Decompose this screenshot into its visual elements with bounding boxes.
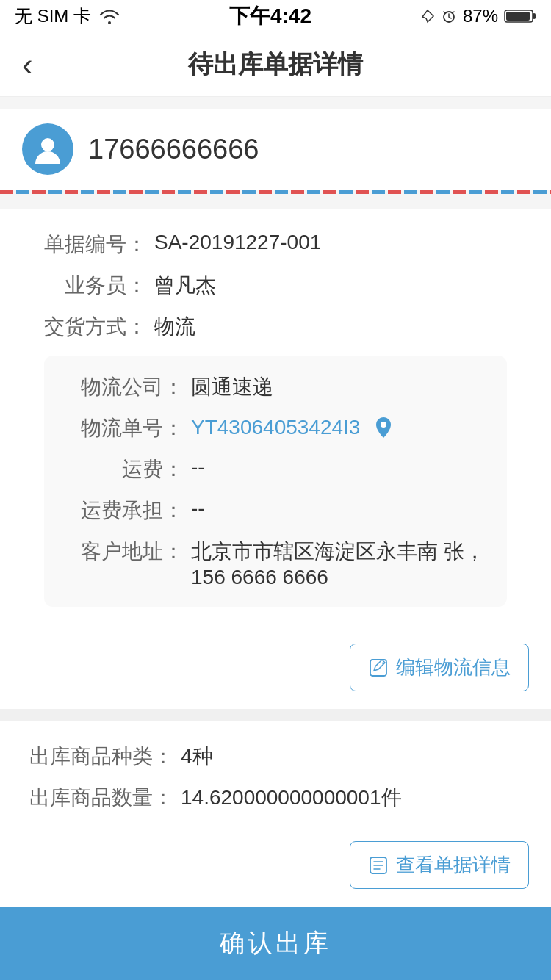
logistics-company-label: 物流公司：	[66, 373, 184, 401]
delivery-method-row: 交货方式： 物流	[29, 313, 522, 341]
delivery-method-label: 交货方式：	[29, 313, 147, 341]
status-bar: 无 SIM 卡 下午4:42 87%	[0, 0, 551, 32]
svg-rect-3	[506, 12, 530, 21]
alarm-icon	[441, 8, 457, 24]
section-divider	[0, 709, 551, 721]
tracking-no-label: 物流单号：	[66, 414, 184, 442]
avatar-icon	[32, 133, 64, 165]
battery-icon	[504, 8, 536, 24]
time-display: 下午4:42	[229, 2, 311, 30]
logistics-card: 物流公司： 圆通速递 物流单号： YT43064053424I3 运费： --	[44, 356, 507, 607]
svg-rect-2	[533, 13, 536, 19]
edit-btn-row: 编辑物流信息	[0, 629, 551, 709]
wifi-icon	[98, 8, 120, 24]
freight-bearer-value: --	[191, 497, 485, 520]
order-no-value: SA-20191227-001	[154, 231, 522, 254]
confirm-button[interactable]: 确认出库	[0, 907, 551, 980]
confirm-button-label: 确认出库	[220, 926, 331, 960]
freight-row: 运费： --	[66, 455, 485, 483]
view-detail-label: 查看单据详情	[396, 852, 511, 878]
logistics-company-value: 圆通速递	[191, 373, 485, 401]
carrier-text: 无 SIM 卡	[15, 4, 91, 28]
freight-label: 运费：	[66, 455, 184, 483]
page-title: 待出库单据详情	[188, 48, 363, 82]
sales-person-row: 业务员： 曾凡杰	[29, 272, 522, 300]
order-no-row: 单据编号： SA-20191227-001	[29, 231, 522, 259]
order-info-section: 单据编号： SA-20191227-001 业务员： 曾凡杰 交货方式： 物流 …	[0, 209, 551, 629]
address-label: 客户地址：	[66, 538, 184, 566]
product-section: 出库商品种类： 4种 出库商品数量： 14.620000000000001件	[0, 721, 551, 829]
svg-point-6	[381, 422, 386, 428]
back-button[interactable]: ‹	[15, 39, 40, 90]
detail-icon	[368, 855, 389, 876]
dashed-divider	[0, 190, 551, 194]
user-avatar	[22, 123, 73, 175]
svg-point-4	[41, 138, 54, 151]
product-quantity-row: 出库商品数量： 14.620000000000001件	[29, 784, 522, 812]
status-right: 87%	[420, 6, 536, 26]
edit-logistics-label: 编辑物流信息	[396, 655, 511, 680]
product-types-value: 4种	[181, 743, 522, 771]
view-detail-button[interactable]: 查看单据详情	[350, 841, 529, 889]
nav-bar: ‹ 待出库单据详情	[0, 32, 551, 97]
user-phone: 17666666666	[88, 134, 259, 165]
freight-bearer-label: 运费承担：	[66, 497, 184, 525]
product-quantity-value: 14.620000000000001件	[181, 784, 522, 812]
location-pin-icon[interactable]	[370, 414, 397, 441]
location-arrow-icon	[420, 9, 435, 24]
sales-person-label: 业务员：	[29, 272, 147, 300]
detail-btn-row: 查看单据详情	[0, 829, 551, 911]
edit-logistics-button[interactable]: 编辑物流信息	[350, 644, 529, 691]
tracking-no-row: 物流单号： YT43064053424I3	[66, 414, 485, 442]
user-header: 17666666666	[0, 109, 551, 190]
address-row: 客户地址： 北京市市辖区海淀区永丰南 张，156 6666 6666	[66, 538, 485, 589]
delivery-method-value: 物流	[154, 313, 522, 341]
tracking-no-value: YT43064053424I3	[191, 414, 485, 441]
freight-bearer-row: 运费承担： --	[66, 497, 485, 525]
address-value: 北京市市辖区海淀区永丰南 张，156 6666 6666	[191, 538, 485, 589]
order-no-label: 单据编号：	[29, 231, 147, 259]
edit-icon	[368, 657, 389, 678]
battery-text: 87%	[463, 6, 498, 26]
sales-person-value: 曾凡杰	[154, 272, 522, 300]
product-types-row: 出库商品种类： 4种	[29, 743, 522, 771]
logistics-company-row: 物流公司： 圆通速递	[66, 373, 485, 401]
product-quantity-label: 出库商品数量：	[29, 784, 173, 812]
product-types-label: 出库商品种类：	[29, 743, 173, 771]
status-left: 无 SIM 卡	[15, 4, 120, 28]
freight-value: --	[191, 455, 485, 479]
